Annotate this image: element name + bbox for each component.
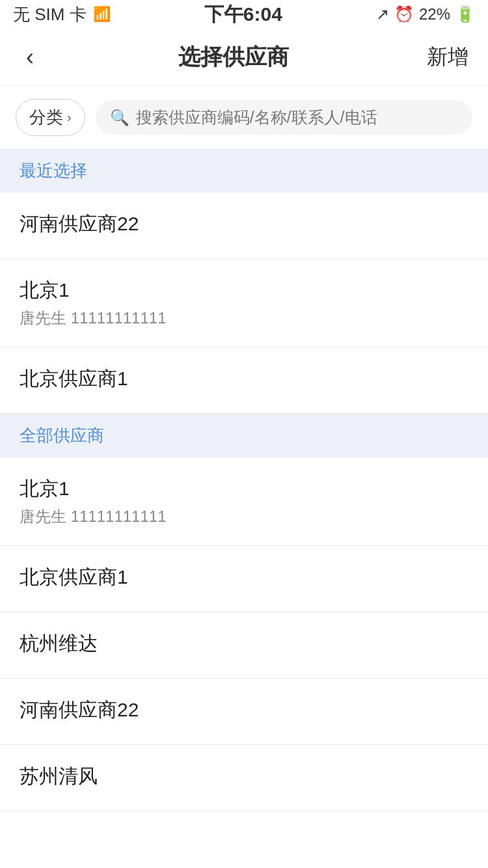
item-name: 北京1	[20, 277, 468, 304]
list-item[interactable]: 北京1唐先生 11111111111	[0, 457, 488, 546]
item-name: 河南供应商22	[20, 697, 468, 724]
search-input[interactable]	[136, 108, 458, 127]
wifi-icon: 📶	[93, 6, 111, 23]
recent-section-label: 最近选择	[20, 161, 87, 180]
nav-bar: ‹ 选择供应商 新增	[0, 29, 488, 86]
category-label: 分类	[29, 106, 63, 129]
no-sim-label: 无 SIM 卡	[13, 3, 87, 26]
status-right: ↗ ⏰ 22% 🔋	[376, 5, 475, 23]
status-bar: 无 SIM 卡 📶 下午6:04 ↗ ⏰ 22% 🔋	[0, 0, 488, 29]
list-item[interactable]: 苏州清风	[0, 745, 488, 811]
list-item[interactable]: 北京供应商1	[0, 546, 488, 612]
item-name: 苏州清风	[20, 763, 468, 790]
add-button[interactable]: 新增	[427, 43, 468, 72]
all-section-label: 全部供应商	[20, 426, 104, 445]
list-item[interactable]: 河南供应商22	[0, 193, 488, 259]
page-title: 选择供应商	[178, 42, 289, 72]
recent-section-header: 最近选择	[0, 149, 488, 193]
battery-percent: 22%	[419, 5, 450, 23]
search-icon: 🔍	[110, 109, 129, 127]
item-detail: 唐先生 11111111111	[20, 506, 468, 527]
status-time: 下午6:04	[204, 1, 282, 28]
item-name: 北京供应商1	[20, 564, 468, 591]
all-list: 北京1唐先生 11111111111北京供应商1杭州维达河南供应商22苏州清风	[0, 457, 488, 811]
search-bar[interactable]: 🔍	[96, 100, 472, 135]
list-item[interactable]: 北京1唐先生 11111111111	[0, 259, 488, 347]
item-name: 河南供应商22	[20, 211, 468, 237]
list-item[interactable]: 北京供应商1	[0, 347, 488, 414]
back-button[interactable]: ‹	[20, 37, 40, 77]
item-name: 北京1	[20, 476, 468, 502]
list-item[interactable]: 杭州维达	[0, 612, 488, 679]
location-icon: ↗	[376, 5, 389, 23]
category-filter-button[interactable]: 分类 ›	[16, 99, 85, 136]
all-section-header: 全部供应商	[0, 414, 488, 457]
recent-list: 河南供应商22北京1唐先生 11111111111北京供应商1	[0, 193, 488, 414]
battery-icon: 🔋	[455, 5, 475, 23]
alarm-icon: ⏰	[394, 5, 414, 23]
status-left: 无 SIM 卡 📶	[13, 3, 111, 26]
item-name: 北京供应商1	[20, 366, 468, 392]
filter-row: 分类 › 🔍	[0, 86, 488, 149]
list-item[interactable]: 河南供应商22	[0, 679, 488, 745]
item-detail: 唐先生 11111111111	[20, 308, 468, 329]
item-name: 杭州维达	[20, 631, 468, 657]
chevron-right-icon: ›	[67, 110, 72, 125]
